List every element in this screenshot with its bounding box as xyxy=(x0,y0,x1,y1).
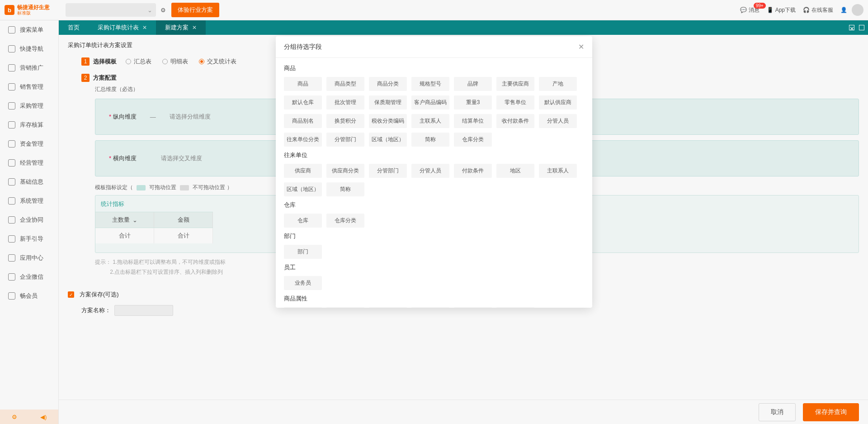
modal-backdrop: 分组待选字段 ✕ 商品商品商品类型商品分类规格型号品牌主要供应商产地默认仓库批次… xyxy=(0,0,868,20)
